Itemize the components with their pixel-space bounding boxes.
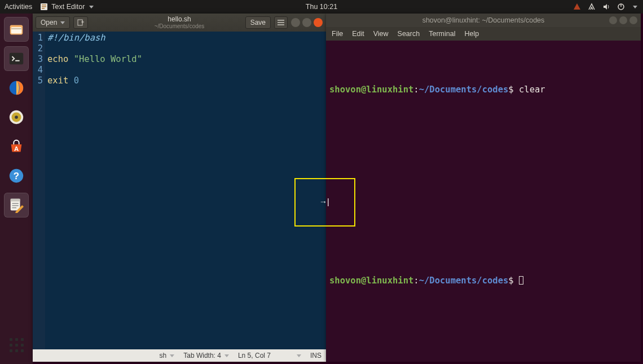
chevron-down-icon [297,354,301,357]
resize-cursor-icon: →| [319,197,329,206]
svg-rect-1 [42,5,46,6]
svg-rect-8 [11,28,22,29]
editor-statusbar: sh Tab Width: 4 Ln 5, Col 7 INS [33,349,326,362]
terminal-cursor [519,276,523,285]
new-document-icon [77,19,85,26]
chevron-down-icon [170,354,174,357]
chevron-down-icon [89,6,94,8]
chevron-down-icon [633,6,637,8]
text-editor-window: Open hello.sh ~/Documents/codes Save 1 2… [33,14,326,362]
terminal-titlebar: shovon@linuxhint: ~/Documents/codes [326,14,641,27]
close-button[interactable] [314,18,323,27]
terminal-title: shovon@linuxhint: ~/Documents/codes [422,16,545,24]
chevron-down-icon [224,354,229,357]
appmenu-button[interactable]: Text Editor [40,3,94,11]
dock-software[interactable]: A [4,134,29,159]
warning-icon[interactable] [573,3,581,11]
svg-rect-2 [42,6,46,7]
minimize-button[interactable] [609,16,617,24]
terminal-menubar: File Edit View Search Terminal Help [326,27,641,41]
menu-view[interactable]: View [373,30,389,38]
menu-search[interactable]: Search [398,30,420,38]
svg-rect-7 [11,27,22,33]
terminal-line: shovon@linuxhint:~/Documents/codes$ [329,276,637,286]
svg-point-13 [15,116,18,119]
dock-text-editor[interactable] [4,193,29,217]
svg-rect-22 [78,20,82,25]
activities-button[interactable]: Activities [5,3,32,11]
maximize-button[interactable] [619,16,627,24]
dock: A ? [0,14,33,364]
svg-text:?: ? [14,171,19,181]
cursor-position[interactable]: Ln 5, Col 7 [238,352,271,359]
code-area[interactable]: #!/bin/bash echo "Hello World" exit 0 [45,32,142,349]
open-button[interactable]: Open [36,16,70,29]
editor-textview[interactable]: 1 2 3 4 5 #!/bin/bash echo "Hello World"… [33,32,326,349]
editor-headerbar: Open hello.sh ~/Documents/codes Save [33,14,326,32]
new-tab-button[interactable] [73,16,88,29]
svg-rect-9 [10,53,23,65]
terminal-window: shovon@linuxhint: ~/Documents/codes File… [326,14,641,362]
maximize-button[interactable] [302,18,311,27]
dock-rhythmbox[interactable] [4,105,29,130]
close-button[interactable] [629,16,637,24]
svg-text:A: A [14,145,19,152]
svg-rect-3 [42,8,45,9]
network-icon[interactable] [588,3,596,11]
menu-terminal[interactable]: Terminal [429,30,455,38]
menu-edit[interactable]: Edit [352,30,364,38]
text-editor-icon [40,3,48,11]
hamburger-icon [277,19,285,26]
power-icon[interactable] [617,3,625,11]
gnome-topbar: Activities Text Editor Thu 10:21 [0,0,643,14]
show-apps-button[interactable] [5,334,28,356]
menu-file[interactable]: File [332,30,343,38]
language-selector[interactable]: sh [160,352,175,359]
chevron-down-icon [60,21,65,24]
line-number-gutter: 1 2 3 4 5 [33,32,45,349]
tabwidth-selector[interactable]: Tab Width: 4 [183,352,229,359]
dock-terminal[interactable] [4,46,29,71]
window-title: hello.sh ~/Documents/codes [155,16,205,29]
svg-rect-18 [11,199,20,202]
insert-mode[interactable]: INS [310,352,322,359]
volume-icon[interactable] [602,3,610,11]
menu-button[interactable] [274,16,288,29]
dock-help[interactable]: ? [4,163,29,188]
menu-help[interactable]: Help [464,30,479,38]
dock-files[interactable] [4,17,29,42]
clock[interactable]: Thu 10:21 [306,3,337,11]
save-button[interactable]: Save [245,16,271,29]
minimize-button[interactable] [291,18,300,27]
terminal-textview[interactable]: shovon@linuxhint:~/Documents/codes$ clea… [326,41,641,362]
apps-grid-icon [10,338,24,352]
dock-firefox[interactable] [4,76,29,100]
terminal-line: shovon@linuxhint:~/Documents/codes$ clea… [329,85,637,95]
